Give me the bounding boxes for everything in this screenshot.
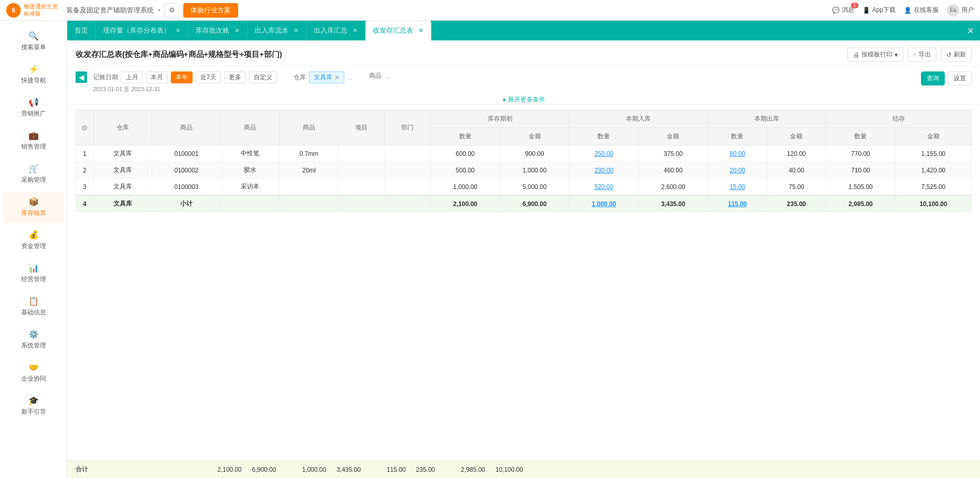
sidebar-item-collab[interactable]: 🤝 企业协同 (3, 357, 64, 388)
row1-out-qty[interactable]: 80.00 (708, 146, 767, 162)
settings-button[interactable]: ⚙ (165, 3, 179, 18)
goods-filter-label: 商品 (369, 71, 382, 80)
subtotal-in-qty[interactable]: 1,000.00 (569, 195, 639, 212)
tab-receive-summary-close[interactable]: ✕ (418, 27, 423, 34)
user-item[interactable]: Ea 用户 (947, 4, 974, 17)
app-download-item[interactable]: 📱 App下载 (862, 6, 896, 15)
sidebar-item-guide[interactable]: 🎓 新手引导 (3, 390, 64, 422)
message-item[interactable]: 💬 消息 6 (832, 6, 854, 15)
row2-out-qty[interactable]: 20.00 (708, 162, 767, 179)
export-label: 导出 (918, 50, 931, 59)
filter-settings-button[interactable]: 设置 (948, 71, 972, 85)
refresh-button[interactable]: ↺ 刷新 (941, 48, 972, 62)
date-btn-last-month[interactable]: 上月 (121, 71, 143, 83)
date-btn-7days[interactable]: 近7天 (196, 71, 221, 83)
tab-home[interactable]: 首页 (67, 21, 96, 40)
col-balance-qty-header: 数量 (826, 128, 895, 146)
date-btn-custom[interactable]: 自定义 (249, 71, 277, 83)
system-dropdown-icon[interactable]: ▾ (158, 7, 160, 13)
row3-out-qty-link[interactable]: 15.00 (729, 183, 745, 191)
row3-in-qty-link[interactable]: 520.00 (594, 183, 613, 191)
col-code-header: 商品 (152, 110, 221, 146)
row3-out-qty[interactable]: 15.00 (708, 179, 767, 196)
row2-name: 胶水 (221, 162, 280, 179)
operations-icon: 📊 (28, 263, 39, 273)
query-button[interactable]: 查询 (921, 71, 945, 85)
sidebar-item-marketing[interactable]: 📢 营销推广 (3, 92, 64, 123)
sidebar-item-inventory[interactable]: 📦 库存核算 (3, 192, 64, 223)
row1-in-qty-link[interactable]: 250.00 (594, 150, 613, 157)
sidebar-item-quicknav[interactable]: ⚡ 快捷导航 (3, 59, 64, 90)
tab-inout-flow[interactable]: 出入库流水 ✕ (247, 21, 306, 40)
goods-more-btn[interactable]: ... (385, 73, 390, 80)
row3-warehouse: 文具库 (94, 179, 152, 196)
filter-toggle-button[interactable]: ◀ (76, 71, 87, 83)
sidebar-label-finance: 资金管理 (21, 242, 46, 251)
sidebar-item-basic[interactable]: 📋 基础信息 (3, 291, 64, 322)
sidebar-item-purchase[interactable]: 🛒 采购管理 (3, 158, 64, 190)
row2-code: 0100002 (152, 162, 221, 179)
filter-date-group: 记账日期 上月 本月 本年 近7天 更多 自定义 2023-01-01 至 20… (93, 71, 277, 93)
subtotal-out-qty-link[interactable]: 115.00 (728, 200, 747, 208)
brand-text: 畅捷通好生意 标准版 (24, 3, 58, 17)
col-project-header: 项目 (339, 110, 385, 146)
tab-batch-close[interactable]: ✕ (235, 27, 240, 34)
tab-stock-dist-close[interactable]: ✕ (175, 27, 181, 34)
sidebar-item-system[interactable]: ⚙️ 系统管理 (3, 324, 64, 355)
col-settings-header: ⚙ (76, 110, 94, 146)
tab-batch[interactable]: 库存批次账 ✕ (188, 21, 247, 40)
row3-name: 采访本 (221, 179, 280, 196)
tab-receive-summary[interactable]: 收发存汇总表 ✕ (365, 21, 431, 40)
table-settings-icon[interactable]: ⚙ (81, 124, 88, 132)
subtotal-out-qty[interactable]: 115.00 (708, 195, 767, 212)
warehouse-more-btn[interactable]: ... (347, 74, 353, 81)
row3-out-amt: 75.00 (767, 179, 826, 196)
sidebar: 🔍 搜索菜单 ⚡ 快捷导航 📢 营销推广 💼 销售管理 🛒 采购管理 📦 库存核… (0, 21, 67, 478)
col-warehouse-header: 仓库 (94, 110, 152, 146)
date-btn-more[interactable]: 更多 (224, 71, 246, 83)
tab-inout-flow-close[interactable]: ✕ (294, 27, 299, 34)
sidebar-item-sales[interactable]: 💼 销售管理 (3, 125, 64, 156)
row1-in-qty[interactable]: 250.00 (569, 146, 639, 162)
row1-opening-amt: 900.00 (500, 146, 569, 162)
row2-in-qty-link[interactable]: 230.00 (594, 167, 613, 174)
col-group-opening: 库存期初 (431, 110, 569, 128)
print-button[interactable]: 🖨 按模板打印 ▾ (847, 48, 903, 62)
sidebar-item-finance[interactable]: 💰 资金管理 (3, 225, 64, 256)
table-row: 3 文具库 0100003 采访本 1,000.00 5,000.00 520.… (76, 179, 972, 196)
col-group-out: 本期出库 (708, 110, 826, 128)
tab-inout-summary-close[interactable]: ✕ (353, 27, 358, 34)
row3-in-qty[interactable]: 520.00 (569, 179, 639, 196)
date-btn-this-month[interactable]: 本月 (146, 71, 168, 83)
row1-out-qty-link[interactable]: 80.00 (729, 150, 745, 157)
row1-no: 1 (76, 146, 94, 162)
logo-area: 6 畅捷通好生意 标准版 (6, 3, 58, 18)
sidebar-item-operations[interactable]: 📊 经营管理 (3, 258, 64, 289)
table-row: 2 文具库 0100002 胶水 20ml 500.00 1,000.00 23… (76, 162, 972, 179)
row2-in-qty[interactable]: 230.00 (569, 162, 639, 179)
expand-conditions-button[interactable]: ▾ 展开更多条件 (503, 95, 545, 104)
sidebar-label-system: 系统管理 (21, 341, 46, 350)
export-button[interactable]: ↑ 导出 (908, 48, 937, 62)
tab-inout-summary[interactable]: 出入库汇总 ✕ (306, 21, 365, 40)
tab-stock-dist[interactable]: 现存量（库存分布表） ✕ (96, 21, 188, 40)
user-avatar: Ea (947, 4, 959, 17)
tab-bar-close[interactable]: ✕ (961, 26, 980, 36)
online-service-item[interactable]: 👤 在线客服 (904, 6, 939, 15)
date-btn-this-year[interactable]: 本年 (171, 71, 193, 83)
warehouse-tag-close[interactable]: ✕ (334, 74, 340, 81)
sidebar-item-search[interactable]: 🔍 搜索菜单 (3, 26, 64, 57)
subtotal-balance-amt: 10,100.00 (895, 195, 971, 212)
col-group-balance: 结存 (826, 110, 971, 128)
sidebar-label-search: 搜索菜单 (21, 43, 46, 52)
query-actions: 查询 设置 (921, 71, 972, 85)
row2-out-qty-link[interactable]: 20.00 (729, 167, 745, 174)
subtotal-in-qty-link[interactable]: 1,000.00 (592, 200, 616, 208)
sidebar-label-quicknav: 快捷导航 (21, 76, 46, 85)
subtotal-in-amt: 3,435.00 (638, 195, 708, 212)
row2-out-amt: 40.00 (767, 162, 826, 179)
row2-balance-qty: 710.00 (826, 162, 895, 179)
col-dept-header: 部门 (385, 110, 431, 146)
col-opening-qty-header: 数量 (431, 128, 500, 146)
trial-button[interactable]: 体验行业方案 (183, 3, 238, 18)
